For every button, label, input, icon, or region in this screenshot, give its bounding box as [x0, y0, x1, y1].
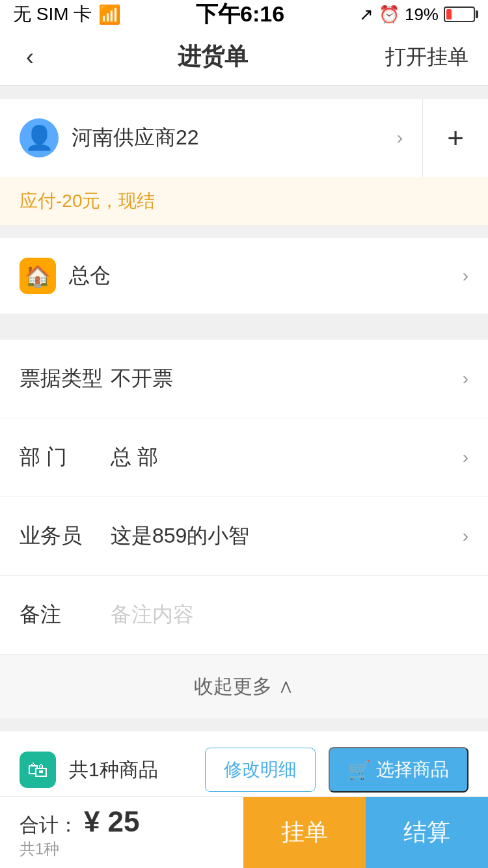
- shopping-bag-icon: 🛍: [27, 758, 48, 782]
- chevron-right-icon: ›: [397, 128, 403, 148]
- pend-button[interactable]: 挂单: [243, 797, 366, 869]
- total-amount: ¥ 25: [84, 806, 140, 837]
- product-count: 共1种商品: [69, 757, 192, 783]
- battery-icon: [444, 7, 475, 22]
- warehouse-row[interactable]: 🏠 总仓 ›: [0, 238, 488, 314]
- chevron-right-icon: ›: [463, 368, 468, 389]
- remark-input[interactable]: 备注内容: [111, 601, 468, 629]
- supplier-name: 河南供应商22: [72, 124, 397, 152]
- cart-icon: 🛒: [348, 759, 371, 781]
- collapse-button[interactable]: 收起更多 ∧: [0, 655, 488, 718]
- alarm-icon: ⏰: [379, 5, 400, 25]
- supplier-section: 👤 河南供应商22 › +: [0, 99, 488, 177]
- product-icon: 🛍: [20, 752, 56, 788]
- person-icon: 👤: [25, 124, 54, 152]
- form-card: 票据类型 不开票 › 部 门 总 部 › 业务员 这是859的小智 › 备注 备…: [0, 340, 488, 654]
- remark-row[interactable]: 备注 备注内容: [0, 576, 488, 654]
- total-label: 合计：: [20, 814, 78, 835]
- notice-bar: 应付-20元，现结: [0, 177, 488, 225]
- salesperson-value: 这是859的小智: [111, 522, 463, 550]
- bottom-bar: 合计： ¥ 25 共1种 挂单 结算: [0, 796, 488, 868]
- page-title: 进货单: [178, 41, 248, 73]
- open-pending-button[interactable]: 打开挂单: [385, 43, 468, 72]
- department-value: 总 部: [111, 443, 463, 472]
- warehouse-icon: 🏠: [20, 258, 56, 294]
- invoice-type-row[interactable]: 票据类型 不开票 ›: [0, 340, 488, 418]
- select-product-button[interactable]: 🛒 选择商品: [329, 747, 468, 793]
- invoice-type-value: 不开票: [111, 364, 463, 393]
- total-section: 合计： ¥ 25 共1种: [0, 806, 243, 860]
- main-content: 👤 河南供应商22 › + 应付-20元，现结 🏠 总仓 › 票据类型 不开票 …: [0, 86, 488, 868]
- remark-label: 备注: [20, 601, 111, 629]
- warehouse-name: 总仓: [69, 262, 463, 290]
- total-count: 共1种: [20, 839, 224, 860]
- location-icon: ↗: [359, 5, 373, 25]
- avatar: 👤: [20, 118, 59, 157]
- invoice-type-label: 票据类型: [20, 364, 111, 393]
- status-right: ↗ ⏰ 19%: [359, 5, 475, 25]
- chevron-right-icon: ›: [463, 447, 468, 468]
- home-icon: 🏠: [25, 264, 51, 288]
- time-label: 下午6:16: [196, 0, 284, 29]
- status-bar: 无 SIM 卡 📶 下午6:16 ↗ ⏰ 19%: [0, 0, 488, 29]
- salesperson-label: 业务员: [20, 522, 111, 550]
- edit-detail-button[interactable]: 修改明细: [205, 748, 316, 792]
- department-label: 部 门: [20, 443, 111, 472]
- nav-bar: ‹ 进货单 打开挂单: [0, 29, 488, 86]
- settle-button[interactable]: 结算: [366, 797, 488, 869]
- status-left: 无 SIM 卡 📶: [13, 2, 121, 27]
- chevron-right-icon: ›: [463, 265, 468, 286]
- back-button[interactable]: ‹: [20, 37, 40, 77]
- department-row[interactable]: 部 门 总 部 ›: [0, 418, 488, 497]
- add-supplier-button[interactable]: +: [423, 99, 488, 177]
- carrier-label: 无 SIM 卡: [13, 2, 92, 27]
- salesperson-row[interactable]: 业务员 这是859的小智 ›: [0, 497, 488, 576]
- battery-percent: 19%: [405, 5, 439, 25]
- chevron-right-icon: ›: [463, 526, 468, 547]
- wifi-icon: 📶: [98, 4, 121, 25]
- supplier-row[interactable]: 👤 河南供应商22 ›: [0, 99, 423, 177]
